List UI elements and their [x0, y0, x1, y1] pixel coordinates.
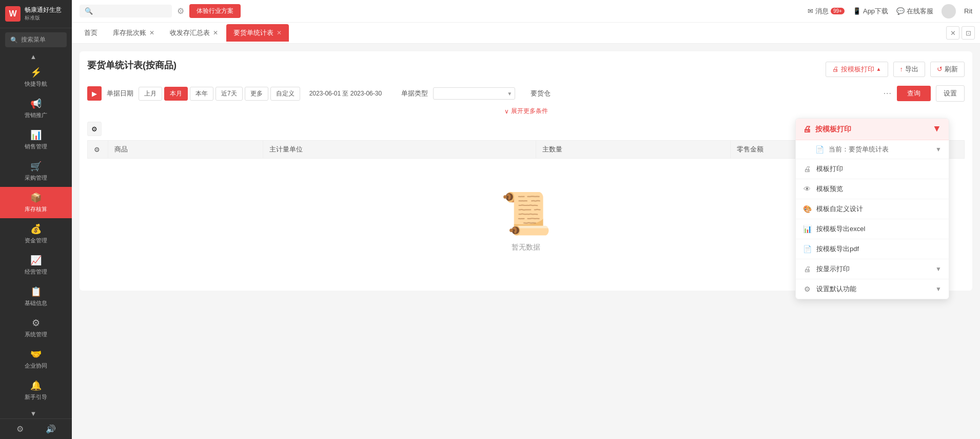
order-type-select[interactable] — [433, 87, 515, 100]
filter-row: ▶ 单据日期 上月 本月 本年 近7天 更多 自定义 2023-06-01 至 … — [87, 85, 965, 102]
dropdown-template-print[interactable]: 🖨 模板打印 — [796, 159, 949, 179]
date-btn-this-month[interactable]: 本月 — [164, 87, 188, 101]
online-service-icon: 💬 — [896, 7, 905, 15]
print-template-button[interactable]: 🖨 按模板打印 ▲ — [826, 62, 888, 77]
scroll-up-arrow[interactable]: ▲ — [0, 51, 67, 62]
filter-expand-arrow[interactable]: ▶ — [87, 86, 102, 101]
sidebar-logo: W 畅康通好生意 标准版 — [0, 0, 72, 28]
dropdown-current-template[interactable]: 📄 当前：要货单统计表 ▼ — [796, 140, 949, 159]
query-button[interactable]: 查询 — [897, 86, 931, 101]
messages-label: 消息 — [815, 7, 829, 16]
print-dropdown-popup: 🖨 按模板打印 ▲ 📄 当前：要货单统计表 ▼ 🖨 模板打印 👁 模板预览 🎨 — [795, 118, 949, 299]
messages-button[interactable]: ✉ 消息 99+ — [808, 7, 845, 16]
date-btn-prev-month[interactable]: 上月 — [139, 87, 162, 101]
online-service-button[interactable]: 💬 在线客服 — [896, 7, 933, 16]
table-settings-icon[interactable]: ⚙ — [87, 122, 102, 136]
topbar-search-input[interactable] — [96, 8, 158, 15]
nav-label-collab: 企业协同 — [25, 362, 47, 370]
user-avatar[interactable] — [942, 4, 956, 18]
main-area: 🔍 ⚙ 体验行业方案 ✉ 消息 99+ 📱 App下载 💬 在线客服 Rit — [72, 0, 980, 439]
tab-inventory-batch[interactable]: 库存批次账 ✕ — [106, 24, 162, 42]
sales-icon: 📊 — [30, 129, 42, 141]
sidebar-search-area: 🔍 搜索菜单 — [0, 28, 72, 51]
sidebar-item-business[interactable]: 📈 经营管理 — [0, 250, 72, 281]
dropdown-template-preview[interactable]: 👁 模板预览 — [796, 179, 949, 199]
print-chevron-icon: ▲ — [876, 66, 881, 72]
expand-conditions-button[interactable]: ∨ 展开更多条件 — [504, 107, 548, 116]
dropdown-template-custom[interactable]: 🎨 模板自定义设计 — [796, 199, 949, 219]
display-print-label: 按显示打印 — [816, 264, 850, 274]
tab-inventory-batch-close[interactable]: ✕ — [149, 29, 154, 36]
export-icon: ↑ — [900, 65, 904, 73]
dropdown-header: 🖨 按模板打印 ▲ — [796, 119, 949, 140]
topbar-gear-icon[interactable]: ⚙ — [177, 6, 184, 16]
export-btn-label: 导出 — [905, 65, 918, 74]
sidebar-item-basic[interactable]: 📋 基础信息 — [0, 281, 72, 312]
tab-order-stats-close[interactable]: ✕ — [277, 29, 282, 36]
sidebar-item-purchase[interactable]: 🛒 采购管理 — [0, 156, 72, 187]
tab-collect-summary-close[interactable]: ✕ — [213, 29, 218, 36]
export-excel-icon: 📊 — [803, 225, 811, 233]
sidebar-item-system[interactable]: ⚙ 系统管理 — [0, 312, 72, 343]
basic-icon: 📋 — [30, 286, 42, 297]
expand-tab-button[interactable]: ⊡ — [962, 26, 975, 40]
col-unit: 主计量单位 — [263, 141, 536, 159]
export-pdf-label: 按模板导出pdf — [816, 244, 859, 254]
sidebar-item-inventory[interactable]: 📦 库存核算 — [0, 187, 72, 218]
sidebar-footer: ⚙ 🔊 — [0, 418, 72, 439]
sidebar-item-finance[interactable]: 💰 资金管理 — [0, 218, 72, 250]
promo-button[interactable]: 体验行业方案 — [189, 4, 241, 18]
expand-icon: ∨ — [504, 108, 509, 115]
help-icon[interactable]: 🔊 — [46, 424, 56, 434]
settings-icon[interactable]: ⚙ — [16, 424, 24, 434]
nav-label-system: 系统管理 — [25, 331, 47, 338]
sidebar-item-quick-nav[interactable]: ⚡ 快捷导航 — [0, 62, 72, 93]
messages-icon: ✉ — [808, 7, 813, 15]
app-tag: 标准版 — [25, 14, 62, 22]
tabs-container: 首页 库存批次账 ✕ 收发存汇总表 ✕ 要货单统计表 ✕ ✕ ⊡ — [72, 23, 980, 44]
refresh-button[interactable]: ↺ 刷新 — [930, 62, 965, 77]
export-button[interactable]: ↑ 导出 — [893, 62, 926, 77]
dropdown-collapse-button[interactable]: ▲ — [932, 124, 942, 135]
dropdown-set-default[interactable]: ⚙ 设置默认功能 ▼ — [796, 279, 949, 299]
date-btn-more[interactable]: 更多 — [245, 87, 268, 101]
app-download-icon: 📱 — [853, 7, 861, 15]
tab-order-stats[interactable]: 要货单统计表 ✕ — [226, 24, 289, 42]
search-icon: 🔍 — [10, 36, 18, 44]
empty-text: 暂无数据 — [512, 243, 540, 252]
dropdown-export-pdf[interactable]: 📄 按模板导出pdf — [796, 239, 949, 259]
nav-label-quick-nav: 快捷导航 — [25, 80, 47, 88]
order-type-select-wrapper — [433, 87, 515, 100]
app-download-label: App下载 — [863, 7, 888, 16]
scroll-down-arrow[interactable]: ▼ — [0, 408, 67, 418]
print-icon: 🖨 — [832, 65, 839, 73]
sidebar-item-sales[interactable]: 📊 销售管理 — [0, 124, 72, 156]
settings-button[interactable]: 设置 — [936, 85, 965, 102]
messages-badge: 99+ — [831, 8, 845, 14]
close-tab-button[interactable]: ✕ — [946, 26, 959, 40]
nav-label-purchase: 采购管理 — [25, 174, 47, 182]
dropdown-display-print[interactable]: 🖨 按显示打印 ▼ — [796, 259, 949, 279]
more-options-button[interactable]: ··· — [884, 89, 892, 98]
tab-collect-summary[interactable]: 收发存汇总表 ✕ — [163, 24, 225, 42]
goods-filter-label: 要货仓 — [531, 89, 551, 98]
date-btn-this-year[interactable]: 本年 — [190, 87, 213, 101]
search-label: 搜索菜单 — [21, 35, 46, 44]
system-icon: ⚙ — [32, 317, 40, 329]
current-template-icon: 📄 — [815, 145, 824, 154]
dropdown-export-excel[interactable]: 📊 按模板导出excel — [796, 219, 949, 239]
tab-home-label: 首页 — [84, 28, 97, 37]
sidebar-item-guide[interactable]: 🔔 新手引导 — [0, 375, 72, 406]
tab-home[interactable]: 首页 — [77, 24, 105, 42]
expand-label: 展开更多条件 — [511, 107, 548, 116]
sidebar-item-collab[interactable]: 🤝 企业协同 — [0, 343, 72, 375]
sidebar-item-marketing[interactable]: 📢 营销推广 — [0, 93, 72, 124]
app-download-button[interactable]: 📱 App下载 — [853, 7, 888, 16]
topbar-search-icon: 🔍 — [85, 7, 93, 15]
date-filter-label: 单据日期 — [107, 89, 133, 98]
nav-label-business: 经营管理 — [25, 268, 47, 276]
sidebar-search-button[interactable]: 🔍 搜索菜单 — [5, 32, 67, 47]
dropdown-title: 🖨 按模板打印 — [803, 125, 851, 134]
date-btn-last-7[interactable]: 近7天 — [215, 87, 243, 101]
date-btn-custom[interactable]: 自定义 — [270, 87, 300, 101]
